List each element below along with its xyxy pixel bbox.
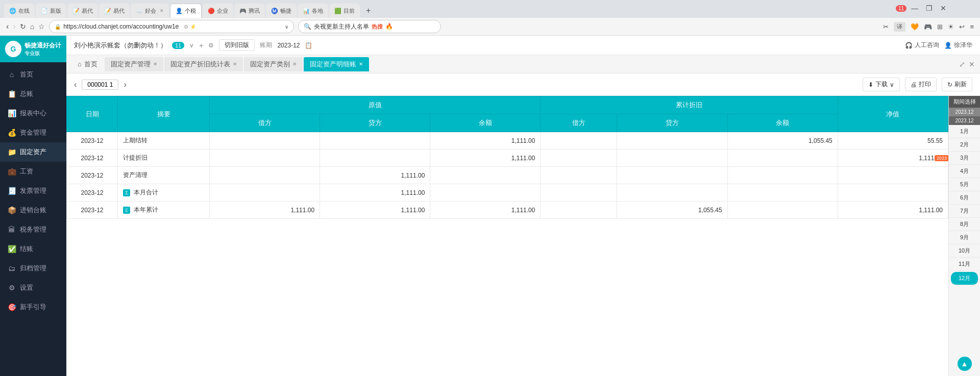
browser-tab[interactable]: ☁️好会✕ <box>131 4 169 18</box>
tab-home[interactable]: ⌂ 首页 <box>71 57 104 71</box>
tab-close-icon[interactable]: ✕ <box>359 61 363 67</box>
period-month-11[interactable]: 11月 <box>949 258 980 271</box>
menu-icon[interactable]: ≡ <box>970 23 974 31</box>
tab-fixed-assets-mgmt[interactable]: 固定资产管理 ✕ <box>105 57 163 71</box>
sidebar-item-general-ledger[interactable]: 📋 总账 <box>0 84 66 104</box>
cell-accum-balance <box>727 167 838 184</box>
cell-summary: Σ 本年累计 <box>118 202 210 219</box>
download-button[interactable]: ⬇ 下载 ∨ <box>863 78 900 91</box>
sidebar-item-home[interactable]: ⌂ 首页 <box>0 65 66 84</box>
cell-orig-credit: 1,111.00 <box>320 184 430 202</box>
search-bar[interactable]: 🔍 央视更新主持人名单 热搜 🔥 <box>298 20 441 33</box>
period-month-12[interactable]: 12月 <box>951 272 978 285</box>
period-value: 2023-12 <box>277 42 300 49</box>
settings-button[interactable]: ⚙ <box>208 42 214 49</box>
add-account-button[interactable]: + <box>199 41 203 49</box>
cell-date: 2023-12 <box>67 167 118 184</box>
fullscreen-icon[interactable]: ⤢ <box>959 60 965 68</box>
company-name: 刘小艳演示账套（勿删勿动！） <box>74 41 167 50</box>
sidebar-item-archive[interactable]: 🗂 归档管理 <box>0 259 66 278</box>
window-max-button[interactable]: ❐ <box>923 3 936 13</box>
print-button[interactable]: 🖨 打印 <box>905 78 937 91</box>
period-month-8[interactable]: 8月 <box>949 218 980 231</box>
undo-icon[interactable]: ↩ <box>959 23 965 31</box>
next-page-button[interactable]: › <box>124 80 126 89</box>
header-net-value: 净值 <box>838 96 948 132</box>
browser-tab[interactable]: 🌐在线 <box>4 4 35 18</box>
browser-tab[interactable]: Ⓜ️畅捷 <box>266 4 297 18</box>
sidebar-item-settings[interactable]: ⚙ 设置 <box>0 278 66 297</box>
tab-close-icon[interactable]: ✕ <box>292 61 297 67</box>
new-tab-button[interactable]: + <box>361 4 376 18</box>
human-service[interactable]: 🎧 人工咨询 <box>905 41 939 49</box>
tab-depreciation-stats[interactable]: 固定资产折旧统计表 ✕ <box>164 57 243 71</box>
browser-tab[interactable]: 🟩目前 <box>329 4 360 18</box>
sidebar-item-tax[interactable]: 🏛 税务管理 <box>0 220 66 239</box>
edit-period-icon[interactable]: 📋 <box>305 42 312 49</box>
wallet-icon[interactable]: 🧡 <box>911 23 919 31</box>
sidebar-item-invoice[interactable]: 🧾 发票管理 <box>0 181 66 200</box>
browser-tab[interactable]: 📄新版 <box>36 4 66 18</box>
brightness-icon[interactable]: ☀ <box>948 23 954 31</box>
home-button[interactable]: ⌂ <box>30 22 34 31</box>
period-month-7[interactable]: 7月 <box>949 205 980 218</box>
sidebar-item-salary[interactable]: 💼 工资 <box>0 162 66 181</box>
cell-accum-credit <box>617 149 727 167</box>
translate-icon[interactable]: 译 <box>894 22 905 32</box>
sidebar-item-report-center[interactable]: 📊 报表中心 <box>0 104 66 123</box>
prev-page-button[interactable]: ‹ <box>74 80 77 89</box>
sidebar-item-fixed-assets[interactable]: 📁 固定资产 <box>0 142 66 162</box>
cell-net-value: 1,111.00 2023 <box>838 149 948 167</box>
browser-tab[interactable]: 📊各地 <box>298 4 328 18</box>
url-bar[interactable]: 🔒 https://cloud.chanjet.com/accounting/u… <box>49 20 294 33</box>
cell-date: 2023-12 <box>67 149 118 167</box>
sidebar-item-fund-management[interactable]: 💰 资金管理 <box>0 123 66 142</box>
browser-tab[interactable]: 📝易代 <box>67 4 98 18</box>
forward-button[interactable]: › <box>13 22 15 31</box>
period-month-10[interactable]: 10月 <box>949 244 980 258</box>
header-orig-debit: 借方 <box>210 114 320 132</box>
tab-asset-detail-ledger[interactable]: 固定资产明细账 ✕ <box>304 57 369 71</box>
refresh-button[interactable]: ↻ <box>20 22 26 31</box>
period-month-6[interactable]: 6月 <box>949 191 980 205</box>
cell-orig-debit <box>210 149 320 167</box>
period-month-9[interactable]: 9月 <box>949 231 980 244</box>
sidebar-label: 固定资产 <box>20 147 46 157</box>
tab-close-icon[interactable]: ✕ <box>153 61 157 67</box>
cell-orig-debit <box>210 184 320 202</box>
window-min-button[interactable]: — <box>908 3 921 13</box>
period-month-3[interactable]: 3月 <box>949 152 980 165</box>
user-avatar[interactable]: 👤 徐泽华 <box>944 41 972 49</box>
cell-orig-balance: 1,111.00 <box>430 149 541 167</box>
switch-version-button[interactable]: 切到旧版 <box>219 39 255 51</box>
grid-icon[interactable]: ⊞ <box>937 23 943 31</box>
browser-tab-active[interactable]: 👤个税 <box>170 4 202 18</box>
sidebar-item-guide[interactable]: 🎯 新手引导 <box>0 297 66 317</box>
browser-tab[interactable]: 📝易代 <box>99 4 130 18</box>
scissors-icon[interactable]: ✂ <box>883 23 889 31</box>
refresh-button[interactable]: ↻ 刷新 <box>942 78 972 91</box>
period-month-2[interactable]: 2月 <box>949 138 980 152</box>
sidebar-item-checkout[interactable]: ✅ 结账 <box>0 239 66 259</box>
bookmark-button[interactable]: ☆ <box>38 22 45 31</box>
tab-close-icon[interactable]: ✕ <box>233 61 237 67</box>
game-icon[interactable]: 🎮 <box>924 23 932 31</box>
window-close-button[interactable]: ✕ <box>937 3 949 13</box>
url-text: https://cloud.chanjet.com/accounting/uw1… <box>63 23 179 30</box>
sum-icon: Σ <box>123 189 130 196</box>
sidebar-label: 归档管理 <box>20 264 46 273</box>
cell-orig-debit <box>210 167 320 184</box>
period-month-1[interactable]: 1月 <box>949 125 980 138</box>
browser-tab[interactable]: 🔴企业 <box>203 4 233 18</box>
scroll-up-button[interactable]: ▲ <box>958 357 972 371</box>
sidebar-item-purchase-sales[interactable]: 📦 进销台账 <box>0 200 66 220</box>
close-all-icon[interactable]: ✕ <box>969 60 975 68</box>
cell-orig-balance: 1,111.00 <box>430 132 541 149</box>
period-month-5[interactable]: 5月 <box>949 178 980 191</box>
fund-icon: 💰 <box>8 129 16 137</box>
tab-asset-category[interactable]: 固定资产类别 ✕ <box>244 57 303 71</box>
dropdown-icon[interactable]: ∨ <box>189 42 194 49</box>
back-button[interactable]: ‹ <box>6 22 9 31</box>
period-month-4[interactable]: 4月 <box>949 165 980 178</box>
browser-tab[interactable]: 🎮腾讯 <box>234 4 265 18</box>
